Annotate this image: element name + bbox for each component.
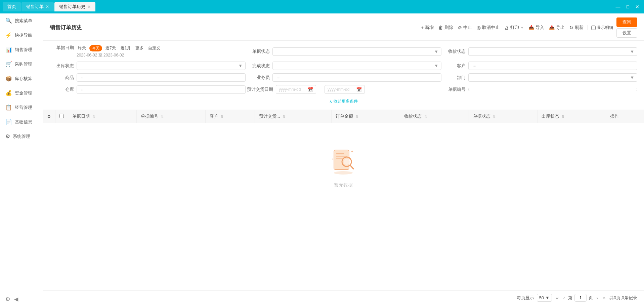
last-page-button[interactable]: » (601, 295, 607, 301)
top-bar: 首页 销售订单 ✕ 销售订单历史 ✕ — □ ✕ (0, 0, 644, 13)
minimize-button[interactable]: — (614, 3, 622, 10)
col-order-amount[interactable]: 订单金额 ⇅ (331, 110, 400, 123)
empty-illustration: ✦ ✦ (327, 143, 360, 177)
sidebar-item-basic-info-label: 基础信息 (15, 119, 32, 125)
collapse-label: 收起更多条件 (334, 99, 358, 104)
col-customer[interactable]: 客户 ⇅ (205, 110, 255, 123)
sidebar-collapse-icon[interactable]: ◀ (14, 296, 18, 302)
col-settings[interactable]: ⚙ (43, 110, 55, 123)
date-option-custom[interactable]: 自定义 (147, 45, 162, 52)
sidebar-item-quick-nav[interactable]: ⚡ 快捷导航 (0, 28, 43, 42)
delivery-date-to-calendar-icon[interactable]: 📅 (356, 87, 362, 92)
out-status-label: 出库状态 (50, 63, 77, 69)
refresh-button[interactable]: ↻ 刷新 (569, 23, 584, 32)
page-size-arrow-icon: ▼ (545, 295, 550, 300)
tab-home[interactable]: 首页 (3, 2, 21, 11)
col-date-label: 单据日期 (72, 114, 90, 119)
date-option-yesterday[interactable]: 昨天 (77, 45, 87, 52)
sidebar-item-sys-mgmt[interactable]: ⚙ 系统管理 (0, 129, 43, 144)
page-label: 第 (568, 295, 572, 301)
col-order-amount-sort-icon: ⇅ (356, 115, 358, 118)
delete-button[interactable]: 🗑 删除 (438, 23, 454, 32)
col-doc-no-label: 单据编号 (141, 114, 158, 119)
col-settings-icon[interactable]: ⚙ (47, 114, 51, 119)
date-option-1month[interactable]: 近1月 (119, 45, 132, 52)
sidebar-item-search-menu-label: 搜索菜单 (15, 18, 32, 24)
cancel-stop-button[interactable]: ◎ 取消中止 (476, 23, 500, 32)
delivery-date-from-calendar-icon[interactable]: 📅 (307, 87, 313, 92)
import-button[interactable]: 📥 导入 (528, 23, 545, 32)
col-doc-status[interactable]: 单据状态 ⇅ (469, 110, 537, 123)
date-option-today[interactable]: 今天 (89, 45, 102, 51)
col-doc-status-sort-icon: ⇅ (493, 115, 496, 118)
total-records-text: 共0页,0条记录 (609, 295, 637, 301)
print-button[interactable]: 🖨 打印 ▼ (504, 23, 524, 32)
salesperson-input[interactable]: ··· (272, 73, 441, 82)
col-delivery-date[interactable]: 预计交货... ⇅ (255, 110, 331, 123)
collapse-button[interactable]: ∧ 收起更多条件 (329, 99, 358, 104)
sidebar-item-inventory[interactable]: 📦 库存核算 (0, 71, 43, 86)
select-all-checkbox[interactable] (59, 114, 64, 118)
col-receipt-status[interactable]: 收款状态 ⇅ (400, 110, 469, 123)
query-button[interactable]: 查询 (616, 17, 637, 27)
customer-input[interactable]: ··· (468, 62, 637, 70)
prev-page-button[interactable]: ‹ (562, 295, 566, 301)
warehouse-input[interactable]: ··· (77, 85, 246, 94)
new-button[interactable]: + 新增 (420, 23, 434, 32)
sidebar-item-operations[interactable]: 📋 经营管理 (0, 100, 43, 115)
tab-sales-order[interactable]: 销售订单 ✕ (22, 2, 54, 11)
sidebar-item-search-menu[interactable]: 🔍 搜索菜单 (0, 13, 43, 28)
data-table: ⚙ 单据日期 ⇅ 单据编号 ⇅ (43, 110, 644, 208)
maximize-button[interactable]: □ (625, 3, 631, 10)
col-date[interactable]: 单据日期 ⇅ (68, 110, 137, 123)
date-option-more[interactable]: 更多 (134, 45, 145, 52)
col-out-status[interactable]: 出库状态 ⇅ (538, 110, 606, 123)
export-button[interactable]: 📤 导出 (548, 23, 565, 32)
delivery-date-from-value: yyyy-mm-dd (279, 87, 301, 92)
basic-info-icon: 📄 (5, 119, 12, 125)
sidebar-item-sales-mgmt[interactable]: 📊 销售管理 (0, 42, 43, 57)
col-out-status-sort-icon: ⇅ (562, 115, 564, 118)
close-sales-order-tab-icon[interactable]: ✕ (46, 4, 49, 9)
print-arrow-icon: ▼ (520, 26, 524, 30)
close-window-button[interactable]: ✕ (633, 3, 641, 10)
goods-input[interactable]: ··· (77, 73, 246, 82)
goods-label: 商品 (50, 75, 77, 81)
filter-area: 单据日期 昨天 今天 近7天 近1月 更多 自定义 2023-06-02 至 2… (43, 41, 644, 110)
date-option-7days[interactable]: 近7天 (104, 45, 117, 52)
refresh-label: 刷新 (575, 25, 584, 31)
sidebar-settings-icon[interactable]: ⚙ (5, 296, 10, 302)
receipt-status-select[interactable]: ▼ (468, 47, 637, 56)
settings-button[interactable]: 设置 (616, 28, 637, 38)
delivery-date-from-input[interactable]: yyyy-mm-dd 📅 (276, 85, 316, 94)
col-checkbox[interactable] (55, 110, 68, 123)
stop-button[interactable]: ⊘ 中止 (457, 23, 473, 32)
col-order-amount-label: 订单金额 (336, 114, 353, 119)
sidebar-item-basic-info[interactable]: 📄 基础信息 (0, 115, 43, 129)
first-page-button[interactable]: « (555, 295, 560, 301)
col-doc-no[interactable]: 单据编号 ⇅ (137, 110, 205, 123)
out-status-select[interactable]: ▼ (77, 62, 246, 70)
show-detail-checkbox[interactable] (591, 26, 596, 30)
complete-status-select[interactable]: ▼ (272, 62, 441, 70)
close-sales-history-tab-icon[interactable]: ✕ (87, 4, 91, 9)
delivery-date-to-input[interactable]: yyyy-mm-dd 📅 (325, 85, 365, 94)
page-size-select[interactable]: 50 ▼ (537, 294, 552, 302)
dept-select[interactable]: ▼ (468, 73, 637, 82)
doc-no-input[interactable] (468, 88, 637, 91)
show-detail-checkbox-label[interactable]: 显示明细 (591, 25, 613, 31)
sidebar-item-sys-mgmt-label: 系统管理 (13, 134, 30, 140)
goods-dots-icon[interactable]: ··· (81, 75, 85, 80)
status-select[interactable]: ▼ (272, 47, 441, 56)
page-number-input[interactable] (574, 294, 587, 302)
tab-sales-history[interactable]: 销售订单历史 ✕ (54, 2, 95, 11)
col-doc-status-label: 单据状态 (473, 114, 490, 119)
salesperson-dots-icon[interactable]: ··· (277, 75, 281, 80)
warehouse-dots-icon[interactable]: ··· (81, 87, 85, 92)
svg-point-0 (334, 171, 353, 175)
next-page-button[interactable]: › (595, 295, 599, 301)
tab-home-label: 首页 (7, 4, 16, 10)
sidebar-item-finance[interactable]: 💰 资金管理 (0, 86, 43, 100)
customer-dots-icon[interactable]: ··· (473, 63, 476, 68)
sidebar-item-purchase-mgmt[interactable]: 🛒 采购管理 (0, 57, 43, 71)
